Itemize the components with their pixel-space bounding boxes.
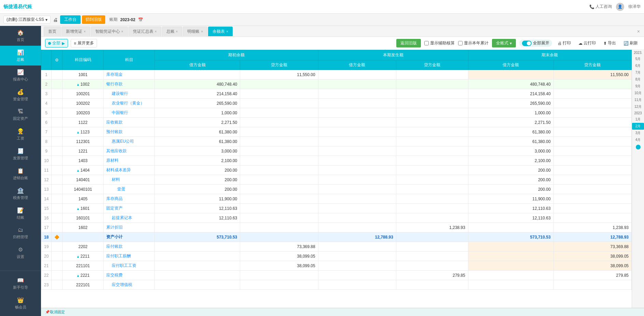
tab-balance-table-close[interactable]: × [226, 30, 228, 33]
account-link[interactable]: 起提累记本 [112, 215, 132, 220]
cell-name[interactable]: 固定资产 [104, 204, 155, 213]
account-link[interactable]: 应交增值税 [112, 282, 132, 287]
cell-name[interactable]: 起提累记本 [104, 213, 155, 223]
cell-name[interactable]: 应收账款 [104, 118, 155, 127]
cell-name[interactable]: 库存商品 [104, 194, 155, 204]
cell-name[interactable]: 应交增值税 [104, 280, 155, 290]
return-btn[interactable]: 返回旧版 [396, 39, 421, 47]
sidebar-item-invoice[interactable]: 🧾 发票管理 [0, 144, 41, 164]
cell-name[interactable]: 材料 [104, 175, 155, 185]
cloud-print-btn[interactable]: ☁ 云打印 [576, 39, 598, 47]
sidebar-item-close[interactable]: 📝 结账 [0, 204, 41, 224]
switch-btn[interactable]: 切到旧版 [82, 15, 105, 24]
expand-all-toggle[interactable]: 全部展开 [519, 40, 552, 47]
auxiliary-checkbox[interactable] [424, 41, 429, 45]
account-link[interactable]: 材料成本差异 [106, 168, 131, 172]
account-link[interactable]: 固定资产 [106, 206, 123, 211]
month-12[interactable]: 12月 [632, 103, 644, 110]
account-link[interactable]: 壹蛋 [117, 187, 125, 191]
tab-smart-voucher-close[interactable]: × [121, 30, 123, 33]
account-link[interactable]: 应付账款 [106, 244, 123, 249]
sidebar-item-home[interactable]: 🏠 首页 [0, 26, 41, 46]
month-5[interactable]: 5月 [632, 56, 644, 62]
account-link[interactable]: 材料 [112, 177, 120, 182]
ytd-checkbox[interactable] [458, 41, 463, 45]
tab-voucher-summary-close[interactable]: × [155, 30, 157, 33]
consult-btn[interactable]: 📞 人工咨询 [589, 4, 612, 10]
print-icon[interactable]: 🖨 [52, 16, 59, 24]
sidebar-item-purchase[interactable]: 📋 进销台账 [0, 164, 41, 184]
cell-name[interactable]: 应交税费 [104, 271, 155, 280]
account-link[interactable]: 惠属EU公司 [112, 139, 134, 144]
tab-home[interactable]: 首页 [44, 27, 61, 36]
account-link[interactable]: 库存商品 [106, 196, 123, 201]
cell-name[interactable]: 预付账款 [104, 127, 155, 137]
sidebar-item-member[interactable]: 👑 畅会员 [0, 293, 41, 313]
show-ytd-check[interactable]: 显示本年累计 [458, 40, 489, 46]
account-link[interactable]: 累计折旧 [106, 225, 123, 230]
print-action-btn[interactable]: 🖨 打印 [556, 39, 573, 47]
sidebar-item-reports[interactable]: 📈 报表中心 [0, 66, 41, 85]
sidebar-item-guide[interactable]: 📖 新手引导 [0, 274, 41, 293]
cell-name[interactable]: 应付职工薪酬 [104, 252, 155, 261]
account-link[interactable]: 建设银行 [112, 91, 128, 96]
month-11[interactable]: 11月 [632, 97, 644, 103]
filter-btn[interactable]: 全部 ▶ [45, 39, 68, 47]
account-link[interactable]: 库存现金 [106, 72, 123, 77]
tab-balance-table[interactable]: 余额表 × [208, 27, 233, 36]
expand-btn[interactable]: ≡ 展开更多 [71, 39, 97, 47]
month-2-active[interactable]: 2月 [632, 123, 644, 130]
sidebar-item-funds[interactable]: 💰 资金管理 [0, 85, 41, 105]
cell-name[interactable]: 材料成本差异 [104, 166, 155, 175]
workbench-btn[interactable]: 工作台 [60, 15, 81, 24]
th-settings[interactable]: ⚙ [52, 50, 63, 70]
account-link[interactable]: 应付职工工资 [112, 263, 136, 268]
tab-general-ledger[interactable]: 总账 × [162, 27, 182, 36]
tab-close-all[interactable]: × [636, 27, 641, 35]
panel-circle-btn[interactable] [632, 145, 644, 149]
sidebar-item-archive[interactable]: 🗂 归档管理 [0, 224, 41, 243]
cell-name[interactable]: 建设银行 [104, 89, 155, 99]
tab-detail-ledger[interactable]: 明细账 × [183, 27, 207, 36]
month-6[interactable]: 6月 [632, 62, 644, 69]
month-7[interactable]: 7月 [632, 69, 644, 76]
sidebar-item-ledger[interactable]: 📊 总账 [0, 46, 41, 66]
sidebar-item-assets[interactable]: 🏗 固定资产 [0, 105, 41, 125]
account-link[interactable]: 银行存款 [106, 82, 123, 86]
account-link[interactable]: 原材料 [106, 158, 119, 163]
cell-name[interactable]: 应付职工工资 [104, 261, 155, 271]
account-link[interactable]: 其他应收款 [106, 148, 127, 153]
account-link[interactable]: 中国银行 [112, 110, 128, 115]
sidebar-item-settings[interactable]: ⚙ 设置 [0, 243, 41, 263]
cell-name[interactable]: 其他应收款 [104, 146, 155, 156]
month-3[interactable]: 3月 [632, 130, 644, 137]
cell-name[interactable]: 惠属EU公司 [104, 137, 155, 146]
account-link[interactable]: 预付账款 [106, 129, 123, 134]
account-link[interactable]: 应付职工薪酬 [106, 254, 131, 258]
tab-voucher-summary[interactable]: 凭证汇总表 × [128, 27, 161, 36]
cell-name[interactable]: 累计折旧 [104, 223, 155, 232]
bottom-bar[interactable]: 📌 取消固定 [41, 308, 644, 316]
account-link[interactable]: 应交税费 [106, 273, 123, 277]
month-1[interactable]: 1月 [632, 116, 644, 123]
month-10[interactable]: 10月 [632, 90, 644, 97]
sidebar-item-payroll[interactable]: 👷 工资 [0, 125, 41, 144]
account-link[interactable]: 农业银行（黄金） [112, 101, 145, 105]
format-btn[interactable]: 全账式 ▾ [492, 39, 516, 47]
account-link[interactable]: 应收账款 [106, 120, 123, 125]
show-auxiliary-check[interactable]: 显示辅助核算 [424, 40, 455, 46]
calendar-icon[interactable]: 📅 [138, 17, 143, 22]
cell-name[interactable]: 原材料 [104, 156, 155, 166]
tab-general-ledger-close[interactable]: × [176, 30, 178, 33]
cell-name[interactable]: 应付账款 [104, 242, 155, 252]
refresh-btn[interactable]: 🔄 刷新 [621, 39, 640, 47]
cell-name[interactable]: 中国银行 [104, 108, 155, 118]
cell-name[interactable]: 壹蛋 [104, 185, 155, 194]
tab-smart-voucher[interactable]: 智能凭证中心 × [91, 27, 128, 36]
company-selector[interactable]: (勿删) 江西腺室-LSS ▾ [3, 16, 51, 24]
month-8[interactable]: 8月 [632, 76, 644, 83]
export-btn[interactable]: ⬆ 导出 [601, 39, 618, 47]
tab-add-voucher[interactable]: 新增凭证 × [61, 27, 90, 36]
cell-name[interactable]: 库存现金 [104, 70, 155, 80]
cell-name[interactable]: 农业银行（黄金） [104, 99, 155, 108]
